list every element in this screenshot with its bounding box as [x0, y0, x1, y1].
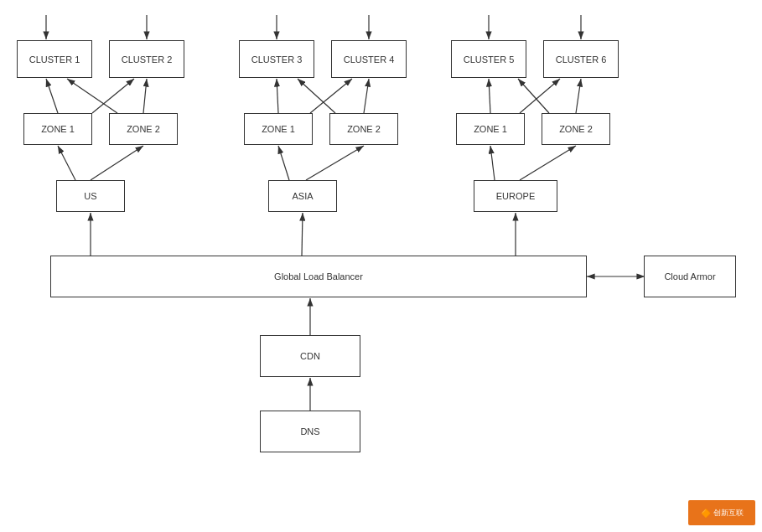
svg-line-14: [310, 79, 352, 113]
glb-box: Global Load Balancer: [50, 256, 587, 297]
svg-line-24: [490, 146, 495, 180]
cluster3-label: CLUSTER 3: [251, 54, 303, 65]
cluster5-label: CLUSTER 5: [464, 54, 515, 65]
cluster4-label: CLUSTER 4: [344, 54, 395, 65]
zone2-asia-label: ZONE 2: [347, 124, 381, 134]
zone2-us-label: ZONE 2: [127, 124, 160, 134]
zone1-asia-box: ZONE 1: [244, 113, 313, 145]
zone1-eu-label: ZONE 1: [474, 124, 507, 134]
svg-line-10: [92, 79, 134, 113]
svg-line-19: [518, 79, 549, 113]
svg-line-8: [46, 79, 58, 113]
svg-line-20: [58, 146, 75, 180]
svg-line-18: [520, 79, 560, 113]
cloud-armor-box: Cloud Armor: [644, 256, 736, 297]
svg-line-13: [364, 79, 369, 113]
svg-line-12: [277, 79, 278, 113]
svg-line-16: [489, 79, 490, 113]
dns-label: DNS: [300, 426, 319, 436]
watermark-icon: 🔶: [701, 509, 711, 518]
svg-line-27: [302, 213, 303, 256]
asia-label: ASIA: [292, 191, 313, 201]
cluster3-box: CLUSTER 3: [239, 40, 314, 78]
svg-line-9: [143, 79, 147, 113]
dns-box: DNS: [260, 411, 360, 452]
svg-line-15: [298, 79, 335, 113]
cluster2-box: CLUSTER 2: [109, 40, 184, 78]
zone1-us-box: ZONE 1: [23, 113, 92, 145]
zone1-us-label: ZONE 1: [41, 124, 75, 134]
cdn-box: CDN: [260, 335, 360, 377]
cloud-armor-label: Cloud Armor: [664, 271, 715, 281]
cluster1-label: CLUSTER 1: [29, 54, 80, 65]
svg-line-21: [91, 146, 143, 180]
svg-line-23: [306, 146, 364, 180]
svg-line-25: [520, 146, 576, 180]
cluster6-box: CLUSTER 6: [543, 40, 619, 78]
cluster2-label: CLUSTER 2: [122, 54, 173, 65]
watermark: 🔶 创新互联: [688, 500, 755, 525]
cluster6-label: CLUSTER 6: [556, 54, 607, 65]
zone2-asia-box: ZONE 2: [329, 113, 398, 145]
diagram: CLUSTER 1 CLUSTER 2 CLUSTER 3 CLUSTER 4 …: [0, 0, 762, 532]
zone2-us-box: ZONE 2: [109, 113, 178, 145]
zone2-eu-label: ZONE 2: [559, 124, 593, 134]
cdn-label: CDN: [300, 351, 320, 361]
zone1-eu-box: ZONE 1: [456, 113, 525, 145]
svg-line-22: [278, 146, 289, 180]
watermark-text: 创新互联: [713, 508, 744, 519]
europe-box: EUROPE: [474, 180, 557, 212]
asia-box: ASIA: [268, 180, 337, 212]
europe-label: EUROPE: [496, 191, 535, 201]
cluster4-box: CLUSTER 4: [331, 40, 407, 78]
cluster5-box: CLUSTER 5: [451, 40, 526, 78]
glb-label: Global Load Balancer: [274, 271, 363, 281]
svg-line-11: [67, 79, 117, 113]
us-label: US: [84, 191, 96, 201]
cluster1-box: CLUSTER 1: [17, 40, 92, 78]
zone2-eu-box: ZONE 2: [542, 113, 610, 145]
us-box: US: [56, 180, 125, 212]
zone1-asia-label: ZONE 1: [262, 124, 295, 134]
svg-line-17: [576, 79, 581, 113]
